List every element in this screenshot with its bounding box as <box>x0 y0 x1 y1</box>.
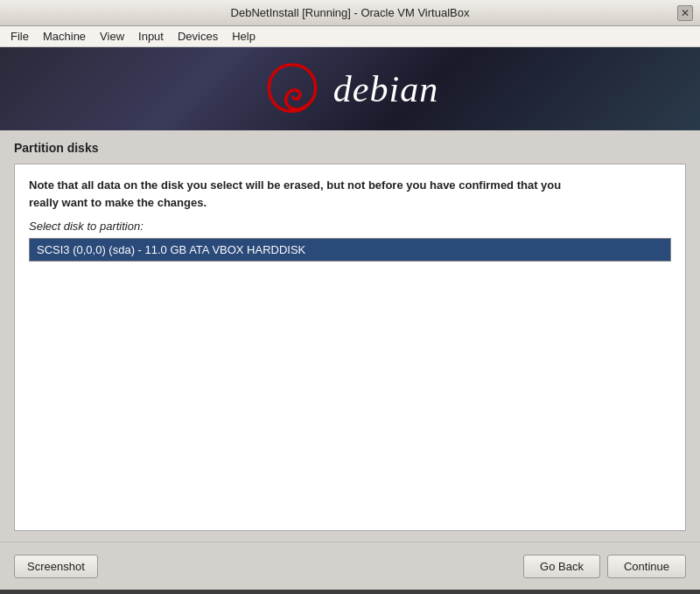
continue-button[interactable]: Continue <box>607 555 686 578</box>
debian-logo-text: debian <box>333 68 438 110</box>
menu-bar: File Machine View Input Devices Help <box>0 26 700 47</box>
nav-buttons: Go Back Continue <box>523 555 686 578</box>
bottom-bar: Screenshot Go Back Continue <box>0 542 700 590</box>
menu-file[interactable]: File <box>4 28 36 45</box>
menu-view[interactable]: View <box>93 28 131 45</box>
select-disk-label: Select disk to partition: <box>29 220 671 233</box>
warning-text: Note that all data on the disk you selec… <box>29 177 671 211</box>
disk-item-sda[interactable]: SCSI3 (0,0,0) (sda) - 11.0 GB ATA VBOX H… <box>30 239 670 261</box>
debian-logo-area: debian <box>262 59 438 120</box>
warning-line2: really want to make the changes. <box>29 196 206 209</box>
debian-swirl-icon <box>262 59 323 120</box>
menu-devices[interactable]: Devices <box>171 28 225 45</box>
page-title: Partition disks <box>14 141 686 155</box>
title-bar: DebNetInstall [Running] - Oracle VM Virt… <box>0 0 700 26</box>
window-title: DebNetInstall [Running] - Oracle VM Virt… <box>23 6 677 19</box>
go-back-button[interactable]: Go Back <box>523 555 600 578</box>
screenshot-button[interactable]: Screenshot <box>14 555 98 578</box>
disk-list: SCSI3 (0,0,0) (sda) - 11.0 GB ATA VBOX H… <box>29 238 671 262</box>
warning-line1: Note that all data on the disk you selec… <box>29 178 561 192</box>
content-box: Note that all data on the disk you selec… <box>14 164 686 531</box>
menu-machine[interactable]: Machine <box>36 28 93 45</box>
main-content: Partition disks Note that all data on th… <box>0 130 700 542</box>
menu-help[interactable]: Help <box>225 28 262 45</box>
debian-banner: debian <box>0 47 700 130</box>
status-bar: 💿 🔊 🖥 ⌨ 🖱 📋 🔧 📷 ▶ Right Ctrl <box>0 590 700 594</box>
close-button[interactable]: ✕ <box>677 5 693 21</box>
menu-input[interactable]: Input <box>131 28 171 45</box>
